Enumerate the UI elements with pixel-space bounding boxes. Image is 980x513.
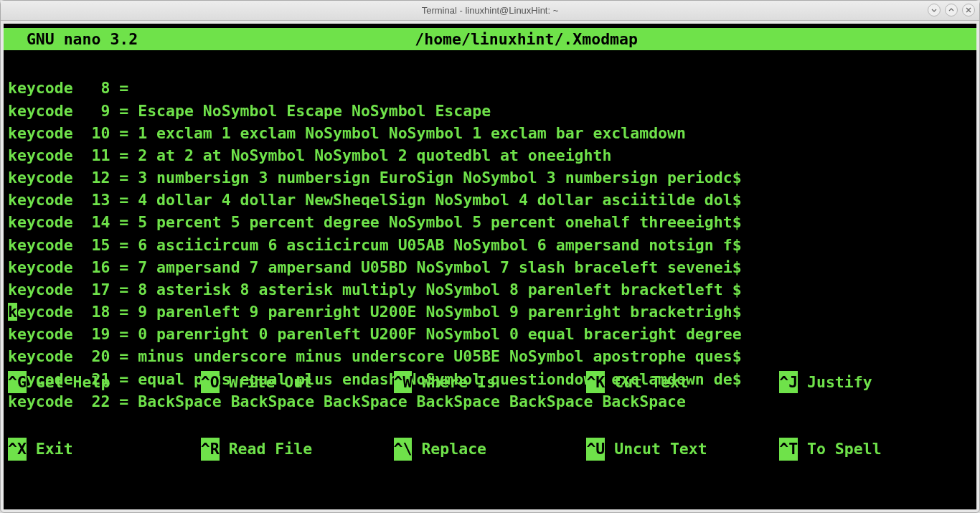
shortcut-key: ^X (8, 438, 27, 460)
shortcut-row-2: ^X Exit^R Read File^\ Replace^U Uncut Te… (8, 438, 972, 460)
minimize-button[interactable] (928, 4, 941, 17)
shortcut-item: ^O Write Out (201, 371, 394, 393)
shortcut-label: Write Out (220, 371, 312, 393)
shortcut-item: ^T To Spell (779, 438, 972, 460)
shortcut-label: Exit (27, 438, 73, 460)
file-line: keycode 14 = 5 percent 5 percent degree … (8, 211, 972, 233)
shortcut-item: ^K Cut Text (586, 371, 779, 393)
shortcut-item: ^U Uncut Text (586, 438, 779, 460)
shortcut-label: Uncut Text (605, 438, 707, 460)
file-line: keycode 8 = (8, 77, 972, 99)
shortcut-key: ^\ (394, 438, 413, 460)
text-cursor: k (8, 303, 17, 321)
file-line: keycode 11 = 2 at 2 at NoSymbol NoSymbol… (8, 144, 972, 166)
shortcut-key: ^R (201, 438, 220, 460)
titlebar: Terminal - linuxhint@LinuxHint: ~ (1, 1, 979, 21)
close-button[interactable] (962, 4, 975, 17)
file-line: keycode 17 = 8 asterisk 8 asterisk multi… (8, 278, 972, 301)
nano-app-name: GNU nano 3.2 (8, 28, 138, 50)
nano-shortcut-bar: ^G Get Help^O Write Out^W Where Is^K Cut… (8, 326, 972, 505)
nano-file-path: /home/linuxhint/.Xmodmap (138, 28, 915, 50)
shortcut-item: ^W Where Is (394, 371, 587, 393)
file-line: keycode 13 = 4 dollar 4 dollar NewSheqel… (8, 189, 972, 211)
shortcut-row-1: ^G Get Help^O Write Out^W Where Is^K Cut… (8, 371, 972, 393)
terminal-window: Terminal - linuxhint@LinuxHint: ~ GNU na… (0, 0, 980, 513)
shortcut-item: ^X Exit (8, 438, 201, 460)
shortcut-key: ^J (779, 371, 798, 393)
shortcut-label: Read File (220, 438, 312, 460)
terminal-area[interactable]: GNU nano 3.2 /home/linuxhint/.Xmodmap ke… (4, 24, 976, 509)
shortcut-label: Where Is (412, 371, 496, 393)
file-line: keycode 16 = 7 ampersand 7 ampersand U05… (8, 256, 972, 278)
file-line: keycode 12 = 3 numbersign 3 numbersign E… (8, 166, 972, 189)
shortcut-item: ^R Read File (201, 438, 394, 460)
window-title: Terminal - linuxhint@LinuxHint: ~ (422, 5, 559, 16)
maximize-button[interactable] (945, 4, 958, 17)
window-controls (928, 4, 975, 17)
shortcut-key: ^G (8, 371, 27, 393)
file-line: keycode 9 = Escape NoSymbol Escape NoSym… (8, 100, 972, 122)
shortcut-label: To Spell (798, 438, 882, 460)
shortcut-key: ^U (586, 438, 605, 460)
shortcut-key: ^O (201, 371, 220, 393)
shortcut-key: ^K (586, 371, 605, 393)
shortcut-item: ^\ Replace (394, 438, 587, 460)
shortcut-label: Get Help (27, 371, 110, 393)
shortcut-label: Replace (412, 438, 486, 460)
shortcut-label: Cut Text (605, 371, 689, 393)
shortcut-item: ^J Justify (779, 371, 972, 393)
nano-header: GNU nano 3.2 /home/linuxhint/.Xmodmap (4, 28, 976, 50)
shortcut-label: Justify (798, 371, 872, 393)
shortcut-item: ^G Get Help (8, 371, 201, 393)
shortcut-key: ^T (779, 438, 798, 460)
file-line: keycode 18 = 9 parenleft 9 parenright U2… (8, 301, 972, 323)
shortcut-key: ^W (394, 371, 413, 393)
file-line: keycode 10 = 1 exclam 1 exclam NoSymbol … (8, 122, 972, 144)
file-line: keycode 15 = 6 asciicircum 6 asciicircum… (8, 234, 972, 256)
